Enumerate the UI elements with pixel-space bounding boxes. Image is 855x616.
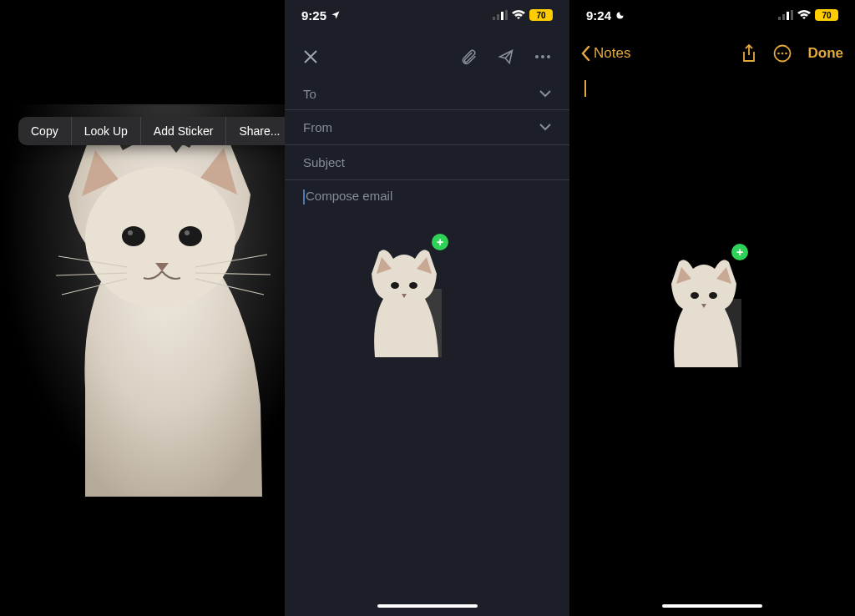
photos-panel: Copy Look Up Add Sticker Share... — [0, 0, 285, 616]
cellular-icon — [493, 10, 508, 20]
to-field[interactable]: To — [285, 78, 569, 110]
subject-field[interactable]: Subject — [285, 145, 569, 180]
svg-point-4 — [185, 230, 190, 235]
more-icon[interactable] — [534, 54, 551, 59]
svg-point-20 — [409, 282, 417, 289]
back-label: Notes — [594, 45, 630, 62]
menu-share[interactable]: Share... — [226, 117, 292, 145]
home-indicator[interactable] — [377, 604, 478, 608]
cellular-icon — [778, 10, 793, 20]
svg-rect-12 — [497, 14, 499, 20]
svg-point-16 — [541, 55, 544, 58]
svg-point-27 — [781, 53, 783, 55]
svg-point-30 — [691, 292, 699, 299]
location-icon — [331, 10, 341, 20]
clock: 9:24 — [586, 8, 611, 23]
svg-point-2 — [179, 226, 202, 246]
svg-point-28 — [785, 53, 787, 55]
menu-add-sticker[interactable]: Add Sticker — [141, 117, 226, 145]
status-bar: 9:24 70 — [569, 0, 855, 30]
svg-point-15 — [535, 55, 539, 58]
text-cursor — [584, 80, 586, 97]
notes-toolbar: Notes Done — [569, 37, 855, 70]
wifi-icon — [797, 10, 811, 20]
status-bar: 9:25 70 — [285, 0, 569, 30]
dragged-image-thumb[interactable]: + — [367, 240, 442, 357]
to-label: To — [303, 87, 316, 101]
compose-toolbar — [285, 40, 569, 73]
compose-placeholder: Compose email — [306, 189, 392, 203]
email-panel: 9:25 70 To From — [285, 0, 569, 616]
cat-subject-image — [43, 104, 285, 497]
clock: 9:25 — [301, 8, 326, 23]
more-circle-icon[interactable] — [773, 44, 792, 63]
attachment-icon[interactable] — [461, 48, 478, 65]
svg-rect-11 — [493, 17, 495, 20]
text-cursor — [303, 189, 305, 204]
battery-indicator: 70 — [529, 9, 553, 21]
svg-point-1 — [122, 226, 145, 246]
svg-point-17 — [547, 55, 550, 58]
notes-panel: 9:24 70 Notes Done — [569, 0, 855, 616]
svg-point-31 — [709, 292, 717, 299]
dragged-image-thumb[interactable]: + — [666, 250, 741, 367]
chevron-left-icon — [581, 46, 590, 61]
chevron-down-icon[interactable] — [539, 124, 551, 131]
compose-body[interactable]: Compose email — [303, 189, 392, 204]
svg-point-0 — [85, 167, 235, 309]
svg-rect-21 — [778, 17, 781, 20]
chevron-down-icon[interactable] — [539, 90, 551, 98]
menu-copy[interactable]: Copy — [18, 117, 71, 145]
battery-indicator: 70 — [815, 9, 838, 21]
svg-rect-14 — [505, 10, 508, 20]
menu-look-up[interactable]: Look Up — [72, 117, 140, 145]
plus-badge-icon: + — [432, 234, 448, 250]
svg-rect-22 — [782, 14, 785, 20]
context-menu: Copy Look Up Add Sticker Share... — [18, 117, 292, 145]
close-icon[interactable] — [303, 49, 318, 64]
svg-rect-23 — [787, 12, 789, 20]
svg-rect-13 — [501, 12, 503, 20]
share-icon[interactable] — [741, 44, 756, 63]
home-indicator[interactable] — [662, 604, 762, 608]
do-not-disturb-icon — [615, 10, 625, 20]
subject-placeholder: Subject — [303, 155, 345, 169]
menu-pointer-icon — [170, 145, 182, 153]
svg-point-26 — [777, 53, 780, 55]
back-button[interactable]: Notes — [581, 45, 630, 62]
svg-point-19 — [391, 282, 399, 289]
from-field[interactable]: From — [285, 110, 569, 145]
photo-viewer[interactable] — [0, 104, 285, 497]
plus-badge-icon: + — [731, 244, 748, 260]
send-icon[interactable] — [498, 48, 514, 65]
svg-rect-24 — [791, 10, 793, 20]
svg-point-3 — [128, 230, 133, 235]
wifi-icon — [512, 10, 525, 20]
done-button[interactable]: Done — [808, 45, 844, 62]
from-label: From — [303, 120, 332, 134]
